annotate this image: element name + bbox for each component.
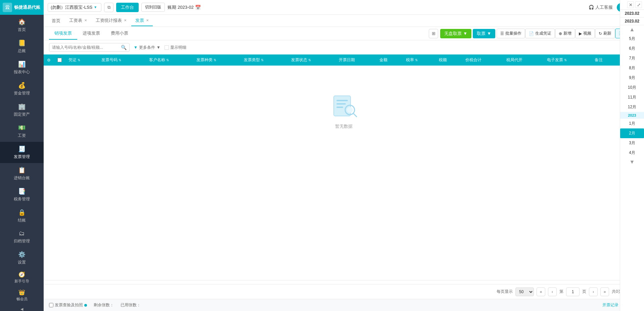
rp-scroll-up[interactable]: ▲ xyxy=(620,25,644,34)
rp-month-7[interactable]: 7月 xyxy=(620,53,644,63)
th-invoice-type-label: 发票种类 xyxy=(196,57,213,63)
sidebar-item-close[interactable]: 🔒 结账 xyxy=(0,205,44,227)
sidebar-item-reports[interactable]: 📊 报表中心 xyxy=(0,57,44,78)
sub-tab-sales-invoice[interactable]: 销项发票 xyxy=(49,28,77,40)
sidebar-item-archive[interactable]: 🗂 归档管理 xyxy=(0,227,44,247)
th-tax-total-label: 价税合计 xyxy=(465,57,481,63)
last-page-btn[interactable]: » xyxy=(600,287,609,296)
prev-page-btn[interactable]: ‹ xyxy=(548,287,557,296)
sub-tab-expense-receipt[interactable]: 费用小票 xyxy=(105,28,134,40)
sidebar-item-member[interactable]: 👑 畅会员 xyxy=(0,286,44,304)
rp-month-1[interactable]: 1月 xyxy=(620,119,644,128)
gen-voucher-btn[interactable]: 📄 生成凭证 xyxy=(525,29,555,38)
sidebar-label-funds: 资金管理 xyxy=(14,90,30,96)
rp-month-12[interactable]: 12月 xyxy=(620,102,644,112)
open-record-link[interactable]: 开票记录 xyxy=(602,302,618,308)
sub-tab-purchase-invoice[interactable]: 进项发票 xyxy=(77,28,105,40)
rp-month-11[interactable]: 11月 xyxy=(620,92,644,102)
batch-ops-icon: ☰ xyxy=(500,31,504,36)
invoice-category-sort-icon[interactable]: ⇅ xyxy=(261,58,264,62)
per-page-select[interactable]: 50 10 20 100 xyxy=(515,287,534,296)
funds-icon: 💰 xyxy=(18,82,26,89)
refresh-btn[interactable]: ↻ 刷新 xyxy=(595,29,615,38)
sidebar-item-assets[interactable]: 🏢 固定资产 xyxy=(0,100,44,121)
no-tax-ticket-btn[interactable]: 无盘取票 ▼ xyxy=(440,29,471,38)
customer-sort-icon[interactable]: ⇅ xyxy=(166,58,169,62)
workbench-button[interactable]: 工作台 xyxy=(116,3,139,12)
next-page-btn[interactable]: › xyxy=(589,287,598,296)
sidebar-item-salary[interactable]: 💵 工资 xyxy=(0,121,44,142)
sidebar-item-invoice[interactable]: 🧾 发票管理 xyxy=(0,142,44,163)
invoice-type-sort-icon[interactable]: ⇅ xyxy=(214,58,216,62)
th-remark-label: 备注 xyxy=(595,57,603,63)
th-electronic-label: 电子发票 xyxy=(547,57,563,63)
tab-salary-table[interactable]: 工资表 ✕ xyxy=(65,15,91,26)
switch-version-button[interactable]: 切到旧版 xyxy=(141,3,165,12)
search-input[interactable] xyxy=(52,45,119,50)
rp-month-5[interactable]: 5月 xyxy=(620,34,644,44)
horizontal-scrollbar[interactable] xyxy=(44,280,644,284)
remaining-label: 剩余张数： xyxy=(94,303,114,307)
select-all-checkbox[interactable] xyxy=(57,58,62,62)
settings-icon: ⚙️ xyxy=(18,251,26,258)
rp-month-10[interactable]: 10月 xyxy=(620,83,644,92)
sidebar-item-sales[interactable]: 📋 进销台账 xyxy=(0,163,44,184)
rp-month-8[interactable]: 8月 xyxy=(620,63,644,73)
right-panel-close-btn[interactable]: ✕ xyxy=(627,1,634,8)
tab-salary-table-close[interactable]: ✕ xyxy=(84,18,87,22)
sidebar-item-funds[interactable]: 💰 资金管理 xyxy=(0,78,44,100)
calendar-icon[interactable]: 📅 xyxy=(195,5,201,10)
video-btn[interactable]: ▶ 视频 xyxy=(575,29,595,38)
tab-invoice[interactable]: 发票 ✕ xyxy=(131,15,153,26)
right-panel-expand-btn[interactable]: ⤢ xyxy=(635,1,642,8)
sidebar-item-guide[interactable]: 🧭 新手引导 xyxy=(0,269,44,286)
rp-month-3[interactable]: 3月 xyxy=(620,138,644,148)
invoice-no-sort-icon[interactable]: ⇅ xyxy=(119,58,121,62)
grid-settings-icon[interactable]: ⊞ xyxy=(429,29,438,38)
sidebar-item-ledger[interactable]: 📒 总账 xyxy=(0,36,44,57)
voucher-sort-icon[interactable]: ⇅ xyxy=(78,58,80,62)
show-detail-checkbox[interactable] xyxy=(165,45,169,50)
tab-salary-stat[interactable]: 工资统计报表 ✕ xyxy=(92,15,131,26)
get-ticket-btn[interactable]: 取票 ▼ xyxy=(473,29,495,38)
logo-icon: 云 xyxy=(3,3,12,12)
new-btn[interactable]: ⊕ 新增 xyxy=(555,29,575,38)
electronic-sort-icon[interactable]: ⇅ xyxy=(564,58,567,62)
ai-service-btn[interactable]: 🎧 人工客服 xyxy=(589,4,613,10)
sidebar-collapse-btn[interactable]: ◀ 取消固定 xyxy=(0,304,44,311)
search-icon[interactable]: 🔍 xyxy=(121,45,127,50)
rp-month-2-active[interactable]: 2月 xyxy=(620,128,644,138)
content-area: 销项发票 进项发票 费用小票 ⊞ 无盘取票 ▼ 取票 ▼ ☰ 批量操作 📄 xyxy=(44,27,644,311)
page-input[interactable] xyxy=(566,287,580,296)
sidebar-item-home[interactable]: 🏠 首页 xyxy=(0,15,44,36)
tax-rate-sort-icon[interactable]: ⇅ xyxy=(415,58,418,62)
show-detail-toggle[interactable]: 显示明细 xyxy=(165,45,186,50)
tab-bar: 首页 工资表 ✕ 工资统计报表 ✕ 发票 ✕ xyxy=(44,15,644,27)
page-suffix: 页 xyxy=(582,289,586,295)
tab-home[interactable]: 首页 xyxy=(48,16,64,26)
company-selector[interactable]: (勿删）江西股宝-LSS ▼ xyxy=(48,3,101,12)
th-invoice-type: 发票种类 ⇅ xyxy=(193,54,240,66)
rp-top-label-2: 2023.02 xyxy=(620,17,644,25)
sidebar-item-tax[interactable]: 📑 税务管理 xyxy=(0,184,44,205)
table-container[interactable]: ⚙ 凭证 ⇅ 发票号码 xyxy=(44,54,644,280)
tab-salary-stat-close[interactable]: ✕ xyxy=(124,18,127,22)
rp-month-9[interactable]: 9月 xyxy=(620,73,644,83)
used-section: 已用张数： xyxy=(121,302,141,308)
footer-bar: 发票查验及拍照 剩余张数： 已用张数： 开票记录 左右拉伸 xyxy=(44,299,644,311)
rp-month-4[interactable]: 4月 xyxy=(620,148,644,158)
rp-month-6[interactable]: 6月 xyxy=(620,44,644,53)
sidebar-item-settings[interactable]: ⚙️ 设置 xyxy=(0,247,44,269)
period-value: 2023-02 xyxy=(178,5,194,10)
more-conditions-btn[interactable]: ▼ 更多条件 ▼ xyxy=(134,45,160,50)
th-invoice-category: 发票类型 ⇅ xyxy=(240,54,288,66)
invoice-check-checkbox[interactable] xyxy=(49,303,53,307)
rp-scroll-down[interactable]: ▼ xyxy=(620,158,644,166)
tab-invoice-close[interactable]: ✕ xyxy=(146,18,149,22)
invoice-status-sort-icon[interactable]: ⇅ xyxy=(308,58,311,62)
first-page-btn[interactable]: « xyxy=(537,287,545,296)
copy-button[interactable]: ⧉ xyxy=(104,3,113,12)
invoice-check-label: 发票查验及拍照 xyxy=(55,302,83,308)
more-conditions-arrow: ▼ xyxy=(156,45,160,50)
batch-ops-btn[interactable]: ☰ 批量操作 xyxy=(497,29,525,38)
